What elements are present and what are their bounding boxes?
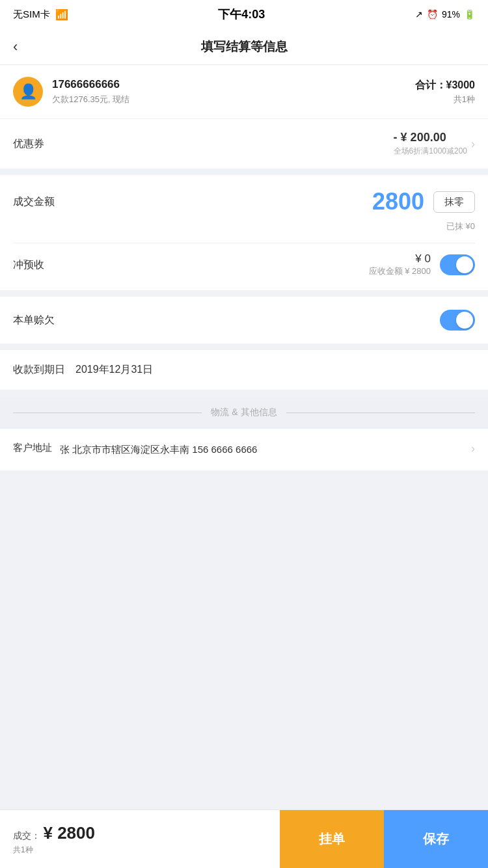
coupon-desc: 全场6折满1000减200 <box>394 146 467 157</box>
customer-info: 👤 17666666666 欠款1276.35元, 现结 <box>13 77 129 107</box>
coupon-amount: - ¥ 200.00 <box>394 131 467 144</box>
deal-amount: 2800 <box>372 188 424 215</box>
gray-area <box>0 477 488 581</box>
address-label: 客户地址 <box>13 442 52 454</box>
bottom-deal-label: 成交： <box>13 830 40 841</box>
precollect-main: ¥ 0 <box>369 252 431 265</box>
status-left: 无SIM卡 📶 <box>13 8 68 21</box>
divider-line-right <box>286 413 475 413</box>
nav-bar: ‹ 填写结算等信息 <box>0 29 488 65</box>
deal-row: 成交金额 2800 抹零 <box>13 188 475 215</box>
divider-text: 物流 & 其他信息 <box>211 407 277 418</box>
deal-right: 2800 抹零 <box>372 188 475 215</box>
status-right: ↗ ⏰ 91% 🔋 <box>415 9 475 20</box>
coupon-label: 优惠券 <box>13 137 44 151</box>
alarm-icon: ⏰ <box>427 9 438 20</box>
precollect-sub: 应收金额 ¥ 2800 <box>369 265 431 277</box>
precollect-right: ¥ 0 应收金额 ¥ 2800 <box>369 252 475 277</box>
bottom-bar: 成交： ¥ 2800 共1种 挂单 保存 <box>0 809 488 868</box>
total-amount: 合计：¥3000 <box>415 79 476 92</box>
main-content: 👤 17666666666 欠款1276.35元, 现结 合计：¥3000 共1… <box>0 65 488 646</box>
debt-section: 本单赊欠 <box>0 297 488 344</box>
precollect-values: ¥ 0 应收金额 ¥ 2800 <box>369 252 431 277</box>
avatar-icon: 👤 <box>20 83 37 100</box>
bottom-amount: ¥ 2800 <box>43 823 95 843</box>
customer-row: 👤 17666666666 欠款1276.35元, 现结 合计：¥3000 共1… <box>0 65 488 118</box>
deal-label: 成交金额 <box>13 195 55 209</box>
battery-icon: 🔋 <box>464 9 475 20</box>
round-button[interactable]: 抹零 <box>433 191 475 213</box>
coupon-right: - ¥ 200.00 全场6折满1000减200 › <box>394 131 475 157</box>
coupon-info: - ¥ 200.00 全场6折满1000减200 <box>394 131 467 157</box>
duedate-label: 收款到期日 <box>13 363 65 377</box>
debt-label: 本单赊欠 <box>13 314 55 327</box>
chevron-right-icon: › <box>471 137 475 151</box>
save-button[interactable]: 保存 <box>384 810 488 869</box>
customer-total: 合计：¥3000 共1种 <box>415 79 476 105</box>
deal-section: 成交金额 2800 抹零 已抹 ¥0 冲预收 ¥ 0 应收金额 ¥ 2800 <box>0 175 488 290</box>
coupon-row[interactable]: 优惠券 - ¥ 200.00 全场6折满1000减200 › <box>0 118 488 169</box>
precollect-label: 冲预收 <box>13 258 44 272</box>
precollect-row: 冲预收 ¥ 0 应收金额 ¥ 2800 <box>13 243 475 277</box>
battery-level: 91% <box>442 9 460 20</box>
location-icon: ↗ <box>415 9 423 20</box>
customer-subtext: 欠款1276.35元, 现结 <box>52 94 129 105</box>
address-value: 张 北京市市辖区海淀区永丰南 156 6666 6666 <box>60 442 463 457</box>
bottom-count: 共1种 <box>13 845 267 856</box>
divider-section: 物流 & 其他信息 <box>0 396 488 429</box>
customer-phone: 17666666666 <box>52 78 129 91</box>
back-button[interactable]: ‹ <box>13 38 18 55</box>
total-count: 共1种 <box>415 94 476 105</box>
page-title: 填写结算等信息 <box>201 38 288 55</box>
customer-details: 17666666666 欠款1276.35元, 现结 <box>52 78 129 105</box>
divider-line-left <box>13 413 202 413</box>
wifi-icon: 📶 <box>55 8 68 21</box>
no-sim-text: 无SIM卡 <box>13 8 50 21</box>
deal-sub: 已抹 ¥0 <box>13 221 475 232</box>
bottom-deal-row: 成交： ¥ 2800 <box>13 823 267 843</box>
status-time: 下午4:03 <box>218 7 265 22</box>
avatar: 👤 <box>13 77 43 107</box>
duedate-value: 2019年12月31日 <box>75 363 153 377</box>
pending-button[interactable]: 挂单 <box>280 810 384 869</box>
debt-toggle[interactable] <box>440 310 475 331</box>
precollect-toggle[interactable] <box>440 254 475 275</box>
customer-card: 👤 17666666666 欠款1276.35元, 现结 合计：¥3000 共1… <box>0 65 488 169</box>
address-chevron-icon: › <box>471 442 475 455</box>
address-section[interactable]: 客户地址 张 北京市市辖区海淀区永丰南 156 6666 6666 › <box>0 429 488 470</box>
status-bar: 无SIM卡 📶 下午4:03 ↗ ⏰ 91% 🔋 <box>0 0 488 29</box>
bottom-summary: 成交： ¥ 2800 共1种 <box>0 823 280 856</box>
duedate-section: 收款到期日 2019年12月31日 <box>0 350 488 390</box>
